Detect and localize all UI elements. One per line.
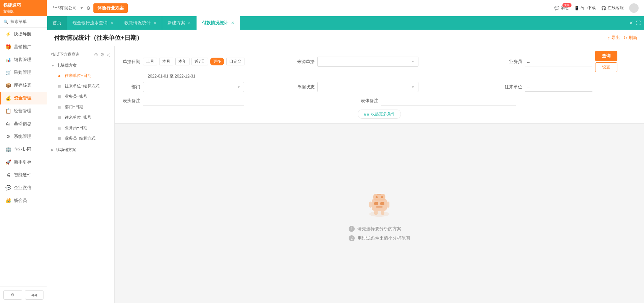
scheme-group-mobile-title[interactable]: ▶ 移动端方案: [47, 145, 114, 155]
tab-new[interactable]: 新建方案 ✕: [162, 16, 197, 30]
funds-icon: 💰: [5, 95, 11, 101]
empty-tips: 1 请先选择要分析的方案 2 用过滤条件来缩小分析范围: [349, 226, 410, 241]
page-header: 付款情况统计（往来单位+日期） ↑ 导出 ↻ 刷新: [47, 30, 644, 46]
trial-btn[interactable]: 体验行业方案: [93, 3, 128, 13]
body-split: 按以下方案查询 ⊕ ⚙ ◁ ▼ 电脑端方案 ● 往来单位+日期: [47, 46, 644, 303]
sidebar-item-marketing[interactable]: 🎁 营销推广: [0, 40, 47, 53]
msg-btn[interactable]: 💬 消息 99+: [554, 5, 569, 11]
scheme-group-desktop-title[interactable]: ▼ 电脑端方案: [47, 61, 114, 70]
date-this-year-btn[interactable]: 本年: [175, 58, 189, 65]
app-download-btn[interactable]: 📱 App下载: [574, 5, 596, 11]
sidebar-item-label: 畅会员: [14, 198, 27, 204]
staff-input[interactable]: [525, 57, 592, 66]
tab-receive-close[interactable]: ✕: [153, 21, 156, 25]
filter-col-source: 来源单据 ▼: [296, 57, 497, 67]
tab-pay-close[interactable]: ✕: [231, 21, 234, 25]
status-select[interactable]: ▼: [317, 82, 418, 92]
close-all-tabs-btn[interactable]: ✕: [629, 20, 633, 26]
sidebar-item-enterprise[interactable]: 🏢 企业协同: [0, 143, 47, 156]
header-note-label: 表头备注: [121, 98, 140, 104]
collapse-filter-btn[interactable]: ∧∧ 收起更多条件: [358, 110, 401, 119]
sidebar-item-wechat[interactable]: 💬 企业微信: [0, 181, 47, 194]
source-label: 来源单据: [296, 59, 315, 65]
tabbar: 首页 现金银行流水查询 ✕ 收款情况统计 ✕ 新建方案 ✕ 付款情况统计 ✕ ✕…: [47, 16, 644, 30]
user-avatar[interactable]: [629, 3, 639, 13]
scheme-settings-btn[interactable]: ⚙: [100, 52, 105, 57]
service-btn[interactable]: 🎧 在线客服: [601, 5, 624, 11]
sidebar-item-purchase[interactable]: 🛒 采购管理: [0, 66, 47, 79]
system-icon: ⚙: [5, 133, 11, 140]
setting-btn[interactable]: 设置: [595, 62, 617, 72]
company-dropdown-btn[interactable]: ▼: [80, 6, 84, 10]
header-note-input[interactable]: [143, 96, 244, 105]
left-panel-header-actions: ⊕ ⚙ ◁: [94, 52, 110, 57]
date-last-month-btn[interactable]: 上月: [143, 58, 157, 65]
sidebar-nav: ⚡ 快捷导航 🎁 营销推广 📊 销售管理 🛒 采购管理 📦 库存核算 💰 资金管…: [0, 28, 47, 286]
sidebar-item-operations[interactable]: 📋 经营管理: [0, 104, 47, 117]
search-menu-label: 搜索菜单: [10, 19, 27, 25]
tab-new-close[interactable]: ✕: [188, 21, 191, 25]
add-scheme-btn[interactable]: ⊕: [94, 52, 98, 57]
export-btn[interactable]: ↑ 导出: [608, 35, 620, 41]
scheme-group-mobile-label: 移动端方案: [56, 147, 76, 153]
scheme-item-unit-account[interactable]: ▤ 往来单位+账号: [47, 112, 114, 123]
sidebar-item-inventory[interactable]: 📦 库存核算: [0, 79, 47, 92]
svg-rect-11: [374, 211, 378, 215]
search-menu[interactable]: 🔍 搜索菜单: [0, 16, 47, 28]
unit-input[interactable]: [525, 82, 592, 92]
body-note-input[interactable]: [381, 96, 516, 105]
tab-cash[interactable]: 现金银行流水查询 ✕: [67, 16, 119, 30]
chevron-down-icon: ▼: [51, 64, 55, 67]
chevron-up-icon: ∧∧: [363, 112, 370, 117]
chevron-right-icon: ▶: [51, 148, 54, 152]
tab-receive[interactable]: 收款情况统计 ✕: [119, 16, 162, 30]
scheme-item-dept-date[interactable]: ▦ 部门+日期: [47, 102, 114, 112]
dept-select[interactable]: ▼: [143, 82, 244, 92]
scheme-item-staff-account[interactable]: ▦ 业务员+账号: [47, 91, 114, 102]
tab-home[interactable]: 首页: [47, 16, 67, 30]
collapse-left-panel-btn[interactable]: ◁: [107, 52, 110, 57]
date-this-month-btn[interactable]: 本月: [159, 58, 173, 65]
tab-home-label: 首页: [53, 20, 61, 26]
settings-btn[interactable]: ⚙: [3, 290, 22, 300]
scheme-item-unit-settle[interactable]: ▦ 往来单位+结算方式: [47, 81, 114, 91]
source-select[interactable]: ▼: [317, 57, 418, 67]
scheme-item-staff-date[interactable]: ▦ 业务员+日期: [47, 123, 114, 133]
collapse-sidebar-btn[interactable]: ◀◀: [25, 290, 44, 300]
enterprise-icon: 🏢: [5, 146, 11, 152]
sidebar-item-label: 库存核算: [14, 82, 31, 88]
chevron-down-icon: ▼: [411, 85, 415, 89]
sidebar-item-guide[interactable]: 🚀 新手引导: [0, 156, 47, 169]
unit-label: 往来单位: [503, 84, 522, 90]
sidebar-item-member[interactable]: 👑 畅会员: [0, 194, 47, 207]
expand-tabs-btn[interactable]: ⛶: [636, 20, 641, 26]
service-label: 在线客服: [608, 5, 624, 11]
svg-point-0: [369, 211, 389, 217]
sidebar-item-base[interactable]: 🗂 基础信息: [0, 117, 47, 130]
topbar-gear-btn[interactable]: ⚙: [86, 5, 91, 11]
empty-tip-1-text: 请先选择要分析的方案: [357, 226, 401, 232]
sidebar-item-system[interactable]: ⚙ 系统管理: [0, 130, 47, 143]
sidebar-item-quicknav[interactable]: ⚡ 快捷导航: [0, 28, 47, 40]
sidebar-item-label: 基础信息: [14, 121, 31, 127]
tab-cash-close[interactable]: ✕: [110, 21, 113, 25]
scheme-item-label: 往来单位+日期: [65, 73, 91, 79]
scheme-item-staff-settle[interactable]: ▦ 业务员+结算方式: [47, 133, 114, 144]
scheme-item-label: 部门+日期: [65, 104, 83, 110]
query-btn[interactable]: 查询: [595, 51, 617, 61]
sidebar-item-hardware[interactable]: 🖨 智能硬件: [0, 169, 47, 181]
refresh-btn[interactable]: ↻ 刷新: [623, 35, 637, 41]
date-more-btn[interactable]: 更多: [210, 58, 224, 65]
date-range-display: 2022-01-01 至 2022-12-31: [121, 73, 637, 79]
quicknav-icon: ⚡: [5, 31, 11, 37]
sidebar-item-label: 新手引导: [14, 159, 31, 165]
tab-cash-label: 现金银行流水查询: [72, 20, 108, 26]
date-last7-btn[interactable]: 近7天: [192, 58, 208, 65]
sidebar-item-sales[interactable]: 📊 销售管理: [0, 53, 47, 66]
scheme-item-unit-date[interactable]: ● 往来单位+日期: [47, 70, 114, 81]
date-custom-btn[interactable]: 自定义: [226, 58, 244, 65]
tab-pay[interactable]: 付款情况统计 ✕: [197, 16, 240, 30]
company-name: ****有限公司: [53, 5, 77, 11]
content-area: 付款情况统计（往来单位+日期） ↑ 导出 ↻ 刷新 按以下方案查询 ⊕: [47, 30, 644, 303]
sidebar-item-funds[interactable]: 💰 资金管理: [0, 92, 47, 104]
